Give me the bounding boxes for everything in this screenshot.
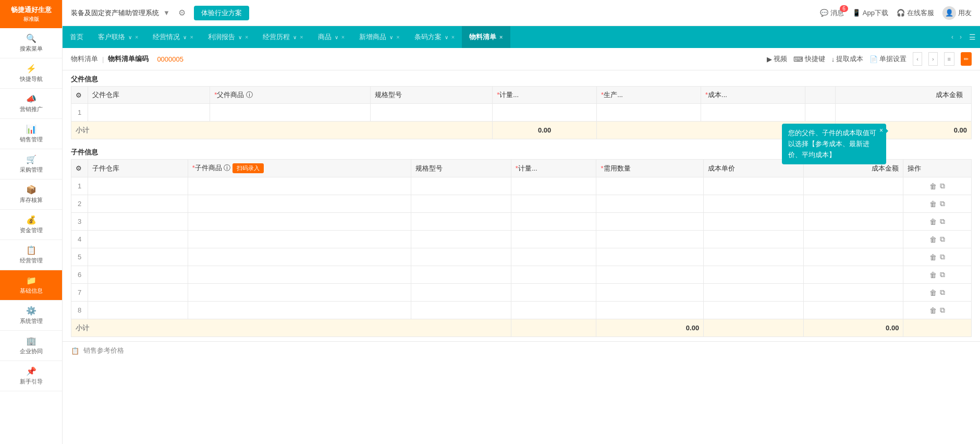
delete-icon[interactable]: 🗑 xyxy=(929,235,937,244)
copy-icon[interactable]: ⧉ xyxy=(940,217,945,226)
online-support-button[interactable]: 🎧 在线客服 xyxy=(897,8,934,18)
shortcut-action[interactable]: ⌨ 快捷键 xyxy=(793,54,825,64)
parent-qty-cell[interactable] xyxy=(493,104,597,122)
tab-history[interactable]: 经营历程 ∨ × xyxy=(255,26,310,48)
tab-goods[interactable]: 商品 ∨ × xyxy=(311,26,352,48)
breadcrumb-next[interactable]: › xyxy=(928,52,938,66)
sidebar-item-sales[interactable]: 📊 销售管理 xyxy=(0,119,62,149)
child-needed-1[interactable] xyxy=(596,177,704,195)
sidebar-item-finance[interactable]: 💰 资金管理 xyxy=(0,210,62,240)
sidebar-item-label: 营销推广 xyxy=(20,105,43,113)
copy-icon[interactable]: ⧉ xyxy=(940,182,945,190)
copy-icon[interactable]: ⧉ xyxy=(940,235,945,244)
sidebar-item-label: 快捷导航 xyxy=(20,75,43,83)
tab-goods-label: 商品 xyxy=(318,32,332,42)
nav-next-button[interactable]: › xyxy=(957,26,965,48)
child-unit-2[interactable] xyxy=(511,195,596,213)
try-button[interactable]: 体验行业方案 xyxy=(194,6,249,20)
parent-spec-cell[interactable] xyxy=(370,104,492,122)
tooltip-close-button[interactable]: × xyxy=(879,126,883,136)
tab-close-icon[interactable]: × xyxy=(499,34,503,40)
copy-icon[interactable]: ⧉ xyxy=(940,270,945,279)
child-goods-1[interactable] xyxy=(188,177,411,195)
sidebar-item-system[interactable]: ⚙️ 系统管理 xyxy=(0,301,62,331)
parent-cost-cell[interactable] xyxy=(701,104,805,122)
breadcrumb-bom-code-label: 物料清单编码 xyxy=(108,54,149,64)
child-unit-1[interactable] xyxy=(511,177,596,195)
tab-home[interactable]: 首页 xyxy=(63,26,91,48)
delete-icon[interactable]: 🗑 xyxy=(929,271,937,279)
copy-icon[interactable]: ⧉ xyxy=(940,199,945,208)
nav-prev-button[interactable]: ‹ xyxy=(948,26,957,48)
child-needed-2[interactable] xyxy=(596,195,704,213)
tab-new-goods[interactable]: 新增商品 ∨ × xyxy=(352,26,407,48)
sidebar-item-basic[interactable]: 📁 基础信息 xyxy=(0,270,62,301)
tab-barcode-label: 条码方案 xyxy=(414,32,442,42)
child-warehouse-1[interactable] xyxy=(88,177,188,195)
copy-icon[interactable]: ⧉ xyxy=(940,288,945,297)
tab-bom[interactable]: 物料清单 × xyxy=(462,26,510,48)
child-goods-2[interactable] xyxy=(188,195,411,213)
parent-info-title: 父件信息 xyxy=(71,70,972,86)
content-area: 物料清单 | 物料清单编码 0000005 ▶ 视频 ⌨ 快捷键 ↓ 提取成本 xyxy=(63,48,980,359)
child-subtotal-row: 小计 0.00 0.00 xyxy=(71,319,972,337)
parent-col-gear[interactable]: ⚙ xyxy=(71,87,88,104)
tab-close-icon[interactable]: × xyxy=(396,34,399,40)
tab-close-icon[interactable]: × xyxy=(245,34,248,40)
topbar: 装备及固定资产辅助管理系统 ▼ ⚙ 体验行业方案 💬 消息 6 📱 App下载 … xyxy=(63,0,980,26)
tab-close-icon[interactable]: × xyxy=(451,34,455,40)
tab-close-icon[interactable]: × xyxy=(300,34,303,40)
tab-customers[interactable]: 客户联络 ∨ × xyxy=(91,26,145,48)
child-spec-1[interactable] xyxy=(411,177,511,195)
copy-icon[interactable]: ⧉ xyxy=(940,306,945,315)
messages-button[interactable]: 💬 消息 6 xyxy=(820,8,844,18)
child-col-gear[interactable]: ⚙ xyxy=(71,160,88,177)
delete-icon[interactable]: 🗑 xyxy=(929,306,937,315)
scan-button[interactable]: 扫码录入 xyxy=(232,163,264,173)
child-warehouse-2[interactable] xyxy=(88,195,188,213)
sidebar-item-search[interactable]: 🔍 搜索菜单 xyxy=(0,28,62,58)
receipt-settings-action[interactable]: 📄 单据设置 xyxy=(869,54,906,64)
sidebar-item-guide[interactable]: 📌 新手引导 xyxy=(0,361,62,391)
settings-icon[interactable]: ⚙ xyxy=(178,8,186,18)
sidebar-item-quicknav[interactable]: ⚡ 快捷导航 xyxy=(0,58,62,89)
sidebar-item-enterprise[interactable]: 🏢 企业协同 xyxy=(0,331,62,361)
delete-icon[interactable]: 🗑 xyxy=(929,200,937,208)
view-mode-button[interactable]: ≡ xyxy=(944,52,954,66)
video-action[interactable]: ▶ 视频 xyxy=(767,54,787,64)
delete-icon[interactable]: 🗑 xyxy=(929,289,937,297)
copy-icon[interactable]: ⧉ xyxy=(940,253,945,261)
parent-col-warehouse: 父件仓库 xyxy=(88,87,210,104)
edit-mode-button[interactable]: ✏ xyxy=(961,52,972,66)
sidebar-item-inventory[interactable]: 📦 库存核算 xyxy=(0,179,62,210)
tab-profit[interactable]: 利润报告 ∨ × xyxy=(201,26,255,48)
tab-barcode[interactable]: 条码方案 ∨ × xyxy=(407,26,462,48)
tab-close-icon[interactable]: × xyxy=(190,34,193,40)
parent-goods-cell[interactable] xyxy=(210,104,371,122)
child-unit-cost-2[interactable] xyxy=(704,195,804,213)
delete-icon[interactable]: 🗑 xyxy=(929,218,937,226)
close-all-button[interactable]: ☰ xyxy=(965,26,980,48)
sidebar-item-marketing[interactable]: 📣 营销推广 xyxy=(0,89,62,119)
sidebar-item-purchase[interactable]: 🛒 采购管理 xyxy=(0,149,62,179)
app-download-button[interactable]: 📱 App下载 xyxy=(852,8,888,18)
sidebar-item-operations[interactable]: 📋 经营管理 xyxy=(0,240,62,270)
delete-icon[interactable]: 🗑 xyxy=(929,182,937,190)
sidebar-item-label: 搜索菜单 xyxy=(20,45,43,53)
breadcrumb-prev[interactable]: ‹ xyxy=(913,52,922,66)
tab-operations-status[interactable]: 经营情况 ∨ × xyxy=(145,26,200,48)
parent-warehouse-cell[interactable] xyxy=(88,104,210,122)
title-arrow[interactable]: ▼ xyxy=(163,9,170,17)
tooltip-text: 您的父件、子件的成本取值可以选择【参考成本、最新进价、平均成本】 xyxy=(788,129,876,159)
settings-doc-icon: 📄 xyxy=(869,55,878,63)
breadcrumb-bom[interactable]: 物料清单 xyxy=(71,54,98,64)
user-menu[interactable]: 👤 用友 xyxy=(942,6,972,20)
tab-close-icon[interactable]: × xyxy=(135,34,138,40)
table-row: 1 xyxy=(71,104,972,122)
child-spec-2[interactable] xyxy=(411,195,511,213)
tab-close-icon[interactable]: × xyxy=(341,34,345,40)
extract-cost-action[interactable]: ↓ 提取成本 xyxy=(831,54,864,64)
delete-icon[interactable]: 🗑 xyxy=(929,253,937,261)
child-unit-cost-1[interactable] xyxy=(704,177,804,195)
parent-prod-cell[interactable] xyxy=(597,104,701,122)
